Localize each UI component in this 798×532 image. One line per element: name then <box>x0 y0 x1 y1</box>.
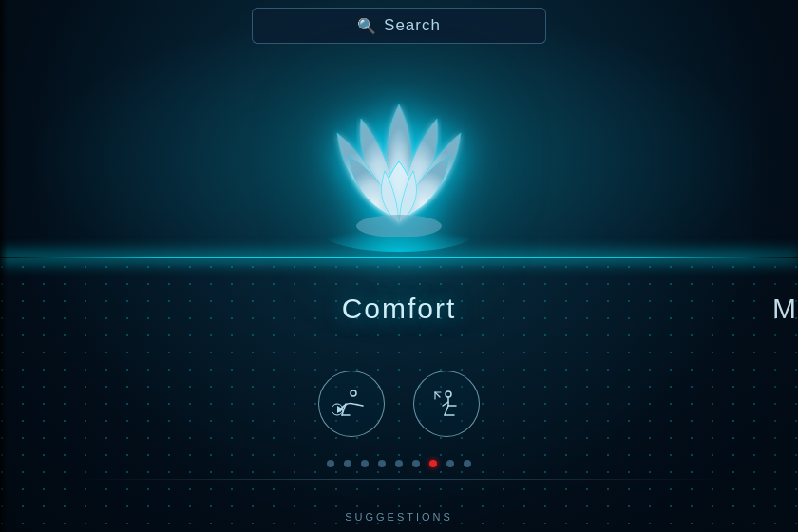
svg-point-5 <box>446 391 451 397</box>
search-label: Search <box>384 16 441 35</box>
pagination-dot-8[interactable] <box>464 460 471 467</box>
pagination-dot-0[interactable] <box>327 460 334 467</box>
next-mode-label: M <box>772 293 798 325</box>
pagination-dot-7[interactable] <box>446 460 454 467</box>
right-fade <box>741 0 798 532</box>
pagination-dots <box>327 460 471 467</box>
pagination-dot-5[interactable] <box>412 460 420 467</box>
recline-play-button[interactable] <box>318 370 385 437</box>
icon-buttons-group <box>318 370 480 437</box>
pagination-dot-6[interactable] <box>429 460 437 467</box>
recline-play-icon <box>332 385 370 423</box>
pagination-dot-3[interactable] <box>378 460 386 467</box>
left-edge <box>0 0 8 532</box>
suggestions-label: SUGGESTIONS <box>345 511 453 522</box>
pagination-dot-2[interactable] <box>361 460 369 467</box>
search-icon: 🔍 <box>357 17 376 35</box>
pagination-dot-1[interactable] <box>344 460 352 467</box>
seat-adjust-button[interactable] <box>413 370 480 437</box>
app-container: 🔍 Search <box>0 0 798 532</box>
lotus-container <box>290 57 508 256</box>
seat-adjust-icon <box>428 385 466 423</box>
lotus-icon <box>290 57 508 256</box>
search-bar[interactable]: 🔍 Search <box>252 8 546 44</box>
mode-label: Comfort <box>342 293 457 325</box>
pagination-dot-4[interactable] <box>395 460 403 467</box>
svg-point-1 <box>356 215 442 238</box>
svg-point-2 <box>351 390 356 396</box>
bottom-divider <box>80 479 718 480</box>
